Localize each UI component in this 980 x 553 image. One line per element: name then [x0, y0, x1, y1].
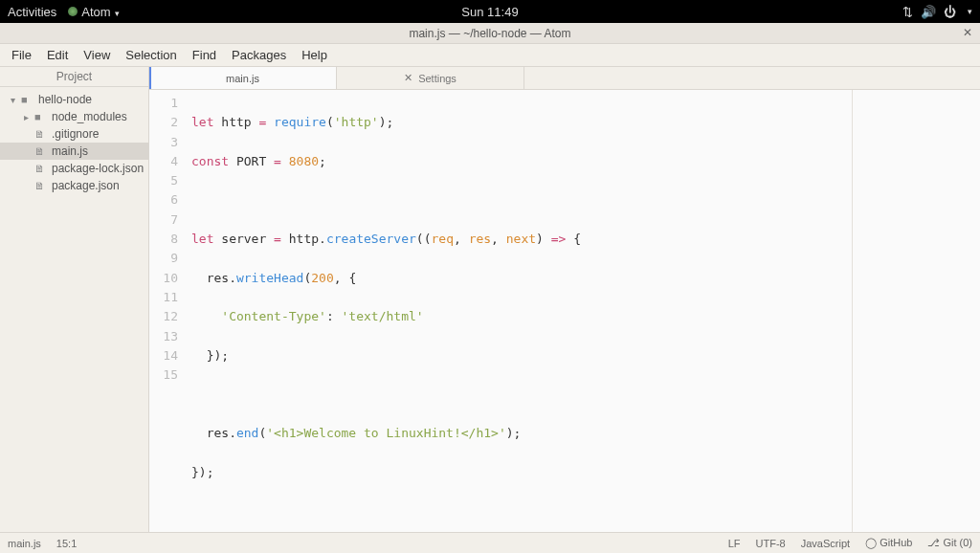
- status-language[interactable]: JavaScript: [801, 538, 850, 549]
- git-icon: ⎇: [927, 537, 940, 548]
- tree-label: package.json: [52, 179, 120, 192]
- tab-main-js[interactable]: main.js: [149, 67, 337, 89]
- gutter: 123456789101112131415: [149, 90, 188, 532]
- volume-icon[interactable]: 🔊: [921, 5, 936, 19]
- menu-file[interactable]: File: [4, 45, 39, 65]
- file-icon: 🗎: [34, 128, 48, 140]
- status-encoding[interactable]: UTF-8: [756, 538, 786, 549]
- power-icon[interactable]: ⏻: [944, 5, 956, 19]
- file-icon: 🗎: [34, 180, 48, 191]
- tab-bar: main.js ✕ Settings: [149, 67, 980, 90]
- tree-folder-root[interactable]: ▾ ■ hello-node: [0, 91, 148, 108]
- chevron-down-icon: ▾: [115, 9, 120, 18]
- menubar: File Edit View Selection Find Packages H…: [0, 44, 980, 67]
- tree-label: .gitignore: [52, 127, 99, 141]
- workspace: Project ▾ ■ hello-node ▸ ■ node_modules …: [0, 67, 980, 532]
- status-git[interactable]: ⎇ Git (0): [927, 537, 972, 549]
- close-icon[interactable]: ✕: [963, 26, 972, 39]
- status-bar: main.js 15:1 LF UTF-8 JavaScript ◯ GitHu…: [0, 532, 980, 553]
- window-titlebar: main.js — ~/hello-node — Atom ✕: [0, 23, 980, 44]
- tree-label: hello-node: [38, 93, 92, 106]
- network-icon[interactable]: ⇅: [902, 5, 913, 19]
- menu-edit[interactable]: Edit: [39, 45, 76, 65]
- menu-packages[interactable]: Packages: [224, 45, 294, 65]
- menu-find[interactable]: Find: [185, 45, 224, 65]
- chevron-down-icon: ▾: [8, 95, 17, 105]
- code-editor[interactable]: 123456789101112131415 let http = require…: [149, 90, 980, 532]
- clock[interactable]: Sun 11:49: [461, 5, 518, 19]
- file-icon: 🗎: [34, 163, 48, 174]
- tab-settings[interactable]: ✕ Settings: [337, 67, 524, 89]
- sidebar-header: Project: [0, 67, 148, 87]
- tree-folder[interactable]: ▸ ■ node_modules: [0, 108, 148, 125]
- activities-button[interactable]: Activities: [8, 5, 56, 19]
- status-github[interactable]: ◯ GitHub: [865, 537, 912, 549]
- tree-file[interactable]: 🗎 package.json: [0, 177, 148, 194]
- tree-file[interactable]: 🗎 .gitignore: [0, 125, 148, 143]
- file-icon: 🗎: [34, 145, 48, 157]
- app-menu[interactable]: Atom▾: [68, 5, 119, 19]
- wrap-guide: [852, 90, 853, 532]
- file-tree: ▾ ■ hello-node ▸ ■ node_modules 🗎 .gitig…: [0, 87, 148, 194]
- status-cursor[interactable]: 15:1: [56, 538, 77, 549]
- folder-icon: ■: [34, 111, 48, 122]
- menu-view[interactable]: View: [76, 45, 118, 65]
- tree-label: package-lock.json: [52, 162, 144, 175]
- menu-selection[interactable]: Selection: [118, 45, 184, 65]
- code-content[interactable]: let http = require('http'); const PORT =…: [188, 90, 976, 532]
- status-eol[interactable]: LF: [728, 538, 741, 549]
- tree-file[interactable]: 🗎 package-lock.json: [0, 160, 148, 177]
- tree-file[interactable]: 🗎 main.js: [0, 143, 148, 160]
- tab-label: Settings: [418, 73, 457, 84]
- tree-label: main.js: [52, 144, 88, 158]
- github-icon: ◯: [865, 537, 877, 548]
- tab-label: main.js: [226, 73, 259, 84]
- editor-pane: main.js ✕ Settings 123456789101112131415…: [149, 67, 980, 532]
- project-sidebar: Project ▾ ■ hello-node ▸ ■ node_modules …: [0, 67, 149, 532]
- settings-icon: ✕: [404, 72, 412, 84]
- folder-icon: ■: [21, 94, 34, 105]
- chevron-down-icon: ▾: [968, 7, 972, 16]
- menu-help[interactable]: Help: [294, 45, 335, 65]
- tree-label: node_modules: [52, 110, 127, 123]
- gnome-topbar: Activities Atom▾ Sun 11:49 ⇅ 🔊 ⏻ ▾: [0, 0, 980, 23]
- window-title: main.js — ~/hello-node — Atom: [409, 27, 570, 40]
- status-file[interactable]: main.js: [8, 538, 41, 549]
- atom-icon: [68, 7, 78, 16]
- chevron-right-icon: ▸: [21, 112, 31, 122]
